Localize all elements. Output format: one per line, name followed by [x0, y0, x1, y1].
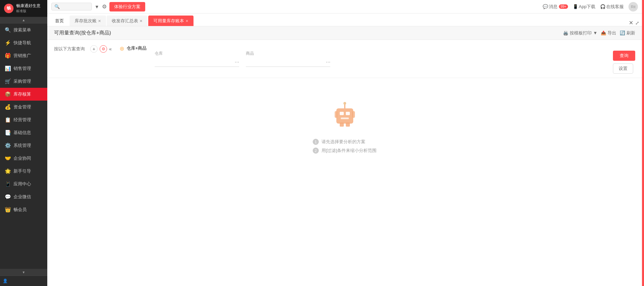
tabs-bar: 首页 库存批次账 ✕ 收发存汇总表 ✕ 可用量库存账本 ✕ ✕ ⤢	[47, 14, 642, 26]
sidebar-item-sales[interactable]: 📊 销售管理	[0, 62, 47, 75]
dropdown-btn[interactable]: ▼	[95, 4, 99, 9]
query-button[interactable]: 查询	[613, 51, 635, 61]
filter-field-goods: 商品 ···	[246, 51, 330, 67]
operations-icon: 📋	[5, 117, 11, 123]
warehouse-more-icon[interactable]: ···	[235, 59, 239, 65]
filter-add-button[interactable]: +	[90, 45, 98, 53]
shortcut-icon: ⚡	[5, 40, 11, 46]
sidebar-item-label: 快捷导航	[14, 40, 31, 46]
sidebar-item-label: 系统管理	[14, 142, 31, 149]
empty-tip-1: 1 请先选择要分析的方案	[313, 139, 377, 145]
app-download-item[interactable]: 📱 App下载	[573, 4, 595, 10]
goods-input-container: ···	[246, 58, 330, 67]
filter-fields: 仓库 ··· 商品 ··· 查询 设置	[155, 44, 635, 74]
sidebar-header: 畅 畅康通好生意 标准版	[0, 0, 47, 17]
filter-scheme-item[interactable]: ◎ 仓库+商品	[117, 44, 150, 53]
sidebar-item-system[interactable]: ⚙️ 系统管理	[0, 139, 47, 152]
goods-input[interactable]	[246, 60, 324, 65]
svg-rect-2	[346, 112, 350, 115]
sidebar-item-label: 经营管理	[14, 117, 31, 123]
basic-icon: 📑	[5, 130, 11, 136]
tabs-close-button[interactable]: ✕	[629, 20, 633, 26]
warehouse-label: 仓库	[155, 51, 239, 56]
sidebar-item-label: 畅会员	[14, 207, 27, 213]
svg-rect-3	[341, 118, 349, 119]
refresh-button[interactable]: 🔄 刷新	[620, 30, 635, 36]
filter-section: 按以下方案查询 + ⚙ « ◎ 仓库+商品 仓库 ···	[47, 40, 642, 78]
topbar: 🔍 ▼ ⚙ 体验行业方案 💬 消息 99+ 📱 App下载 🎧 在线客服 Rit	[47, 0, 642, 14]
search-input[interactable]	[61, 4, 88, 9]
tab-summary[interactable]: 收发存汇总表 ✕	[107, 16, 148, 26]
message-item[interactable]: 💬 消息 99+	[543, 4, 568, 10]
svg-rect-6	[340, 123, 344, 127]
filter-config-button[interactable]: ⚙	[100, 45, 107, 53]
topbar-right: 💬 消息 99+ 📱 App下载 🎧 在线客服 Rit	[543, 2, 638, 11]
page-header: 可用量查询(按仓库+商品) 🖨️ 按模板打印 ▼ 📤 导出 🔄 刷新	[47, 26, 642, 40]
svg-rect-1	[340, 112, 344, 115]
industry-solution-button[interactable]: 体验行业方案	[109, 2, 145, 11]
sidebar-logo: 畅	[4, 4, 14, 13]
tab-available-close[interactable]: ✕	[185, 19, 188, 23]
sidebar-item-marketing[interactable]: 🎁 营销推广	[0, 49, 47, 62]
tabs-right: ✕ ⤢	[629, 20, 639, 26]
warehouse-input[interactable]	[155, 60, 233, 65]
sidebar-item-apps[interactable]: 📱 应用中心	[0, 178, 47, 190]
cart-icon: 🛒	[5, 78, 11, 84]
filter-collapse-button[interactable]: «	[109, 46, 112, 52]
finance-icon: 💰	[5, 104, 11, 110]
tab-summary-label: 收发存汇总表	[112, 18, 138, 24]
sidebar-item-label: 搜索菜单	[14, 27, 31, 33]
sidebar-item-purchase[interactable]: 🛒 采购管理	[0, 75, 47, 88]
avatar[interactable]: Rit	[628, 2, 638, 11]
right-handle[interactable]	[642, 0, 644, 286]
sidebar-item-label: 应用中心	[14, 181, 31, 187]
page-content: 可用量查询(按仓库+商品) 🖨️ 按模板打印 ▼ 📤 导出 🔄 刷新 按以	[47, 26, 642, 286]
sidebar-item-basic[interactable]: 📑 基础信息	[0, 126, 47, 139]
warehouse-input-container: ···	[155, 58, 239, 67]
refresh-icon: 🔄	[620, 30, 625, 35]
vip-icon: 👑	[5, 207, 11, 213]
sidebar-item-newbie[interactable]: 🌟 新手引导	[0, 165, 47, 178]
sidebar-item-search[interactable]: 🔍 搜索菜单	[0, 24, 47, 36]
tab-batch[interactable]: 库存批次账 ✕	[70, 16, 106, 26]
wechat-icon: 💬	[5, 194, 11, 200]
goods-more-icon[interactable]: ···	[326, 59, 330, 65]
chevron-down-icon: ▼	[593, 30, 597, 35]
sidebar-item-finance[interactable]: 💰 资金管理	[0, 101, 47, 113]
sidebar-item-wechat[interactable]: 💬 企业微信	[0, 190, 47, 203]
sidebar-scroll-down[interactable]: ▼	[0, 269, 47, 276]
settings-button[interactable]: 设置	[613, 63, 633, 74]
sidebar-item-inventory[interactable]: 📦 库存核算	[0, 88, 47, 101]
sidebar-item-vip[interactable]: 👑 畅会员	[0, 203, 47, 216]
empty-state: 1 请先选择要分析的方案 2 用[过滤]条件来缩小分析范围	[47, 78, 642, 174]
tab-batch-close[interactable]: ✕	[98, 19, 101, 23]
sidebar-scroll-up[interactable]: ▲	[0, 17, 47, 24]
tab-summary-close[interactable]: ✕	[139, 19, 143, 23]
export-button[interactable]: 📤 导出	[601, 30, 616, 36]
tab-home[interactable]: 首页	[50, 16, 69, 26]
tabs-expand-button[interactable]: ⤢	[635, 20, 639, 26]
tip-text-1: 请先选择要分析的方案	[321, 139, 365, 145]
tip-num-1: 1	[313, 139, 319, 145]
gear-button[interactable]: ⚙	[102, 3, 107, 10]
topbar-search[interactable]: 🔍	[51, 3, 92, 10]
empty-icon	[328, 98, 362, 132]
search-icon: 🔍	[54, 4, 60, 9]
scheme-label: 仓库+商品	[127, 45, 147, 51]
svg-rect-4	[335, 111, 337, 118]
tab-home-label: 首页	[55, 18, 64, 24]
gift-icon: 🎁	[5, 53, 11, 59]
online-service-item[interactable]: 🎧 在线客服	[600, 4, 624, 10]
print-icon: 🖨️	[563, 30, 568, 35]
filter-actions: + ⚙ «	[90, 44, 112, 53]
sidebar-item-shortcut[interactable]: ⚡ 快捷导航	[0, 36, 47, 49]
sidebar: 畅 畅康通好生意 标准版 ▲ 🔍 搜索菜单 ⚡ 快捷导航 🎁 营销推广 📊 销售…	[0, 0, 47, 286]
tab-batch-label: 库存批次账	[75, 18, 97, 24]
sidebar-item-enterprise[interactable]: 🤝 企业协同	[0, 152, 47, 165]
page-header-actions: 🖨️ 按模板打印 ▼ 📤 导出 🔄 刷新	[563, 30, 635, 36]
template-print-button[interactable]: 🖨️ 按模板打印 ▼	[563, 30, 597, 36]
sidebar-item-operations[interactable]: 📋 经营管理	[0, 113, 47, 126]
tab-available[interactable]: 可用量库存账本 ✕	[148, 16, 194, 26]
search-icon: 🔍	[5, 27, 11, 33]
empty-tip-2: 2 用[过滤]条件来缩小分析范围	[313, 148, 377, 154]
